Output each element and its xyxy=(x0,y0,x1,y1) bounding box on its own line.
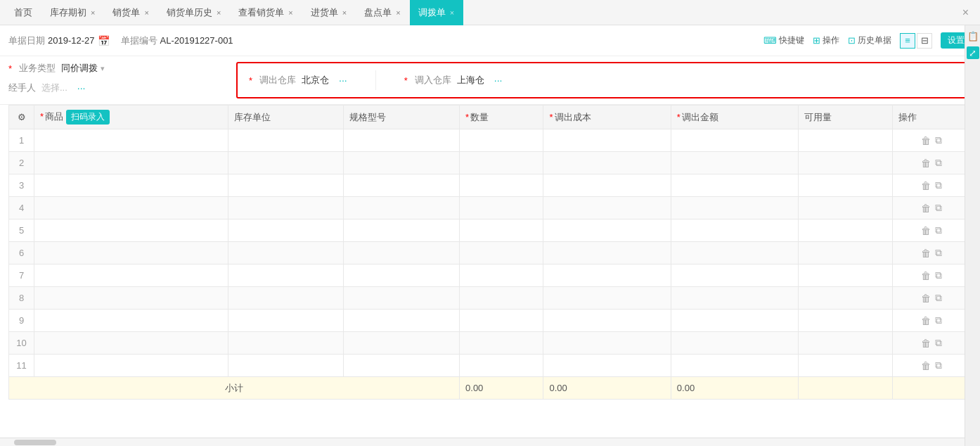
row-unit[interactable] xyxy=(228,287,344,310)
row-quantity[interactable] xyxy=(460,197,543,219)
row-cost[interactable] xyxy=(543,355,671,377)
row-unit[interactable] xyxy=(228,265,344,287)
copy-icon[interactable]: ⧉ xyxy=(935,179,942,191)
copy-icon[interactable]: ⧉ xyxy=(935,269,942,281)
delete-icon[interactable]: 🗑 xyxy=(921,315,931,326)
row-available[interactable] xyxy=(799,152,893,174)
in-warehouse-more-icon[interactable]: ··· xyxy=(494,75,503,86)
row-product[interactable] xyxy=(34,129,228,152)
row-spec[interactable] xyxy=(344,332,460,355)
row-unit[interactable] xyxy=(228,152,344,174)
copy-icon[interactable]: ⧉ xyxy=(935,202,942,214)
row-quantity[interactable] xyxy=(460,152,543,174)
handler-more-icon[interactable]: ··· xyxy=(77,82,86,94)
row-spec[interactable] xyxy=(344,242,460,265)
row-quantity[interactable] xyxy=(460,310,543,332)
row-quantity[interactable] xyxy=(460,287,543,310)
tab-close-sales-order[interactable]: × xyxy=(144,8,148,17)
row-product[interactable] xyxy=(34,355,228,377)
row-available[interactable] xyxy=(799,310,893,332)
row-available[interactable] xyxy=(799,174,893,197)
row-spec[interactable] xyxy=(344,197,460,219)
row-available[interactable] xyxy=(799,287,893,310)
row-available[interactable] xyxy=(799,332,893,355)
row-quantity[interactable] xyxy=(460,174,543,197)
delete-icon[interactable]: 🗑 xyxy=(921,203,931,214)
row-available[interactable] xyxy=(799,219,893,242)
row-amount[interactable] xyxy=(671,265,798,287)
tab-stock-init[interactable]: 库存期初× xyxy=(41,0,104,25)
delete-icon[interactable]: 🗑 xyxy=(921,158,931,169)
delete-icon[interactable]: 🗑 xyxy=(921,270,931,281)
row-unit[interactable] xyxy=(228,355,344,377)
row-available[interactable] xyxy=(799,265,893,287)
copy-icon[interactable]: ⧉ xyxy=(935,134,942,146)
handler-input[interactable]: 选择... xyxy=(41,82,67,94)
gear-header[interactable]: ⚙ xyxy=(9,106,34,129)
copy-icon[interactable]: ⧉ xyxy=(935,292,942,304)
row-cost[interactable] xyxy=(543,265,671,287)
tab-sales-history[interactable]: 销货单历史× xyxy=(158,0,230,25)
row-amount[interactable] xyxy=(671,219,798,242)
row-unit[interactable] xyxy=(228,242,344,265)
tab-close-purchase[interactable]: × xyxy=(342,8,347,17)
tab-close-inventory[interactable]: × xyxy=(396,8,400,17)
row-cost[interactable] xyxy=(543,310,671,332)
row-cost[interactable] xyxy=(543,287,671,310)
row-unit[interactable] xyxy=(228,219,344,242)
copy-icon[interactable]: ⧉ xyxy=(935,247,942,259)
copy-icon[interactable]: ⧉ xyxy=(935,157,942,169)
delete-icon[interactable]: 🗑 xyxy=(921,180,931,191)
row-amount[interactable] xyxy=(671,197,798,219)
row-cost[interactable] xyxy=(543,174,671,197)
row-amount[interactable] xyxy=(671,355,798,377)
row-available[interactable] xyxy=(799,355,893,377)
tab-inventory[interactable]: 盘点单× xyxy=(356,0,409,25)
delete-icon[interactable]: 🗑 xyxy=(921,225,931,236)
delete-icon[interactable]: 🗑 xyxy=(921,360,931,371)
operations-button[interactable]: ⊞ 操作 xyxy=(813,34,839,46)
row-cost[interactable] xyxy=(543,197,671,219)
tab-view-sales[interactable]: 查看销货单× xyxy=(230,0,302,25)
copy-icon[interactable]: ⧉ xyxy=(935,314,942,326)
copy-icon[interactable]: ⧉ xyxy=(935,337,942,349)
delete-icon[interactable]: 🗑 xyxy=(921,135,931,146)
delete-icon[interactable]: 🗑 xyxy=(921,248,931,259)
row-spec[interactable] xyxy=(344,129,460,152)
row-quantity[interactable] xyxy=(460,129,543,152)
row-product[interactable] xyxy=(34,265,228,287)
row-product[interactable] xyxy=(34,197,228,219)
tab-close-stock-init[interactable]: × xyxy=(91,8,95,17)
row-product[interactable] xyxy=(34,152,228,174)
row-available[interactable] xyxy=(799,242,893,265)
copy-icon[interactable]: ⧉ xyxy=(935,359,942,371)
row-cost[interactable] xyxy=(543,332,671,355)
copy-icon[interactable]: ⧉ xyxy=(935,224,942,236)
row-spec[interactable] xyxy=(344,219,460,242)
row-spec[interactable] xyxy=(344,310,460,332)
tab-close-transfer[interactable]: × xyxy=(450,8,454,17)
scan-button[interactable]: 扫码录入 xyxy=(66,110,110,125)
row-spec[interactable] xyxy=(344,355,460,377)
row-product[interactable] xyxy=(34,174,228,197)
sidebar-doc-icon[interactable]: 📋 xyxy=(967,30,979,42)
delete-icon[interactable]: 🗑 xyxy=(921,293,931,304)
tab-close-sales-history[interactable]: × xyxy=(217,8,221,17)
layout-btn-grid[interactable]: ⊟ xyxy=(917,33,932,49)
tab-transfer[interactable]: 调拨单× xyxy=(410,0,463,25)
row-unit[interactable] xyxy=(228,129,344,152)
row-amount[interactable] xyxy=(671,242,798,265)
row-quantity[interactable] xyxy=(460,355,543,377)
row-product[interactable] xyxy=(34,219,228,242)
row-unit[interactable] xyxy=(228,174,344,197)
row-spec[interactable] xyxy=(344,287,460,310)
row-product[interactable] xyxy=(34,287,228,310)
row-unit[interactable] xyxy=(228,310,344,332)
out-warehouse-more-icon[interactable]: ··· xyxy=(339,75,347,86)
row-available[interactable] xyxy=(799,197,893,219)
shortcuts-button[interactable]: ⌨ 快捷键 xyxy=(763,34,804,46)
delete-icon[interactable]: 🗑 xyxy=(921,338,931,349)
row-quantity[interactable] xyxy=(460,332,543,355)
row-quantity[interactable] xyxy=(460,242,543,265)
row-spec[interactable] xyxy=(344,265,460,287)
